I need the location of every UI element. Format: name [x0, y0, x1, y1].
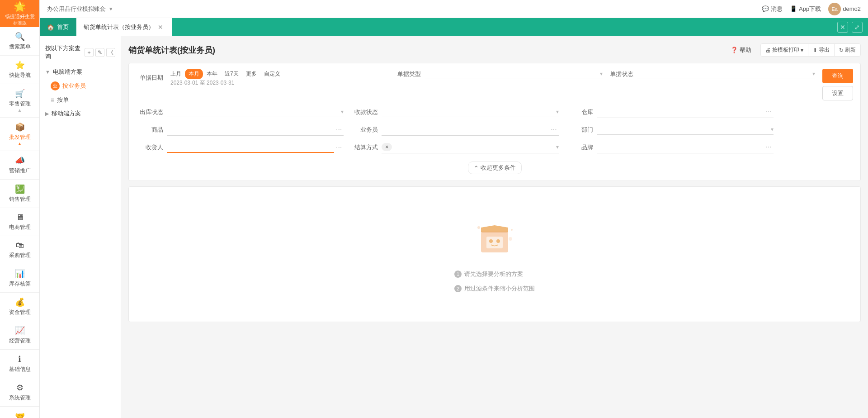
- sidebar-item-quick-nav[interactable]: ⭐ 快捷导航: [0, 56, 40, 84]
- salesperson-input[interactable]: ···: [382, 124, 558, 136]
- filter-item-salesperson: 业务员 ···: [351, 124, 566, 136]
- message-btn[interactable]: 💬 消息: [762, 5, 783, 13]
- wholesale-icon: 📦: [15, 122, 25, 132]
- sidebar-item-basic[interactable]: ℹ 基础信息: [0, 350, 40, 378]
- collapse-btn[interactable]: ⌃ 收起更多条件: [468, 162, 522, 174]
- collapse-panel-btn[interactable]: 《: [106, 48, 115, 57]
- out-status-label: 出库状态: [136, 108, 163, 116]
- left-panel-actions: ＋ ✎ 《: [85, 48, 115, 57]
- edit-scheme-btn[interactable]: ✎: [95, 48, 104, 57]
- collapse-row: ⌃ 收起更多条件: [136, 159, 853, 177]
- consignee-dots[interactable]: ···: [334, 143, 344, 152]
- sidebar-item-finance-label: 资金管理: [9, 309, 31, 316]
- date-tab-last-7days[interactable]: 近7天: [221, 69, 242, 79]
- tab-close-icon[interactable]: ✕: [157, 23, 164, 32]
- consignee-input[interactable]: [167, 142, 334, 153]
- filter-item-brand: 品牌 ···: [566, 141, 781, 153]
- print-btn[interactable]: 🖨 按模板打印 ▾: [761, 44, 808, 56]
- export-btn[interactable]: ⬆ 导出: [808, 44, 835, 56]
- settings-button[interactable]: 设置: [822, 86, 853, 100]
- sidebar-item-purchase[interactable]: 🛍 采购管理: [0, 236, 40, 264]
- sidebar-item-inventory[interactable]: 📊 库存核算: [0, 264, 40, 293]
- sidebar-item-system[interactable]: ⚙ 系统管理: [0, 378, 40, 407]
- tree-item-by-order[interactable]: ≡ 按单: [40, 93, 121, 107]
- date-tab-custom[interactable]: 自定义: [260, 69, 284, 79]
- svg-point-6: [496, 239, 500, 243]
- top-nav-left: 办公用品行业模拟账套 ▾: [47, 5, 113, 13]
- print-label: 按模板打印: [772, 46, 799, 54]
- tab-expand-btn[interactable]: ⤢: [852, 22, 863, 33]
- svg-marker-2: [495, 225, 508, 232]
- top-nav-right: 💬 消息 📱 App下载 Ea demo2: [762, 3, 861, 15]
- empty-state-tips: 1 请先选择要分析的方案 2 用过滤条件来缩小分析范围: [454, 268, 535, 294]
- filter-item-goods: 商品 ···: [136, 124, 351, 136]
- tab-home[interactable]: 🏠 首页: [40, 18, 76, 36]
- add-scheme-btn[interactable]: ＋: [85, 48, 94, 57]
- sidebar-item-ecommerce[interactable]: 🖥 电商管理: [0, 208, 40, 236]
- filter-item-consignee: 收货人 ···: [136, 142, 351, 153]
- goods-dots[interactable]: ···: [334, 125, 344, 133]
- date-tab-current-month[interactable]: 本月: [185, 69, 203, 79]
- tree-item-mobile-folder[interactable]: ▶ 移动端方案: [40, 107, 121, 120]
- sidebar-item-retail[interactable]: 🛒 零售管理 ▲: [0, 84, 40, 118]
- goods-input[interactable]: ···: [167, 124, 344, 136]
- sidebar-item-marketing[interactable]: 📣 营销推广: [0, 151, 40, 180]
- query-button[interactable]: 查询: [822, 69, 853, 83]
- print-arrow: ▾: [801, 47, 803, 53]
- marketing-icon: 📣: [15, 156, 25, 166]
- payment-select[interactable]: × ▾: [382, 141, 558, 153]
- app-download-btn[interactable]: 📱 App下载: [790, 5, 821, 13]
- brand-dots[interactable]: ···: [764, 143, 774, 151]
- tree-label-mobile-folder: 移动端方案: [52, 109, 81, 118]
- sidebar-item-sales[interactable]: 💹 销售管理: [0, 180, 40, 208]
- action-buttons: 查询 设置: [822, 69, 853, 100]
- search-menu-icon: 🔍: [15, 32, 25, 42]
- tab-sales-stat-label: 销货单统计表（按业务员）: [84, 23, 154, 31]
- date-tabs-container: 上月 本月 本年 近7天 更多 自定义 2023-03-01 至 2023-03…: [167, 69, 284, 87]
- filter-item-department: 部门 ▾: [566, 124, 781, 135]
- tree-item-by-salesperson[interactable]: 业 按业务员: [40, 79, 121, 93]
- sidebar-item-search-menu[interactable]: 🔍 搜索菜单: [0, 27, 40, 56]
- sidebar-item-search-menu-label: 搜索菜单: [9, 43, 31, 51]
- wholesale-arrow: ▲: [18, 141, 22, 146]
- refresh-label: 刷新: [845, 46, 856, 54]
- left-panel-header: 按以下方案查询 ＋ ✎ 《: [40, 42, 121, 65]
- out-status-select[interactable]: ▾: [167, 107, 344, 117]
- basic-icon: ℹ: [18, 354, 21, 364]
- salesperson-dots[interactable]: ···: [549, 125, 558, 133]
- payment-tag-x[interactable]: ×: [385, 144, 388, 150]
- app-sub: 标准版: [13, 20, 27, 26]
- doc-status-label: 单据状态: [606, 70, 633, 78]
- tree-item-pc-folder[interactable]: ▼ 电脑端方案: [40, 65, 121, 79]
- receipt-status-select[interactable]: ▾: [382, 107, 558, 117]
- tab-bar: 🏠 首页 销货单统计表（按业务员） ✕ ✕ ⤢: [40, 18, 868, 36]
- tab-close-btn[interactable]: ✕: [837, 22, 848, 33]
- svg-marker-1: [481, 225, 495, 232]
- refresh-btn[interactable]: ↻ 刷新: [835, 44, 860, 56]
- tab-sales-stat[interactable]: 销货单统计表（按业务员） ✕: [76, 18, 172, 36]
- date-tab-last-month[interactable]: 上月: [167, 69, 185, 79]
- warehouse-input[interactable]: ···: [597, 106, 774, 118]
- sidebar-item-wholesale-label: 批发管理: [9, 133, 31, 141]
- date-tab-more[interactable]: 更多: [242, 69, 260, 79]
- app-name: 畅捷通好生意: [5, 14, 35, 19]
- department-select[interactable]: ▾: [597, 124, 774, 135]
- sidebar-item-finance[interactable]: 💰 资金管理: [0, 293, 40, 321]
- user-profile-btn[interactable]: Ea demo2: [828, 3, 861, 15]
- doc-status-select[interactable]: ▾: [637, 69, 815, 79]
- tree-label-order: 按单: [57, 96, 69, 104]
- sidebar-item-operations[interactable]: 📈 经营管理: [0, 321, 40, 350]
- refresh-icon: ↻: [839, 47, 844, 53]
- date-tab-current-year[interactable]: 本年: [203, 69, 221, 79]
- help-btn[interactable]: ❓ 帮助: [727, 44, 755, 56]
- sidebar-item-wholesale[interactable]: 📦 批发管理 ▲: [0, 118, 40, 151]
- sidebar-item-inventory-label: 库存核算: [9, 280, 31, 288]
- retail-arrow: ▲: [18, 108, 22, 113]
- sidebar-item-enterprise[interactable]: 🤝 企业协同: [0, 407, 40, 418]
- doc-type-select[interactable]: ▾: [425, 69, 603, 79]
- breadcrumb-dropdown-icon[interactable]: ▾: [109, 5, 113, 12]
- collapse-icon: ⌃: [474, 165, 479, 171]
- brand-input[interactable]: ···: [597, 141, 774, 153]
- warehouse-dots[interactable]: ···: [764, 108, 774, 116]
- app-logo[interactable]: 🌟 畅捷通好生意 标准版: [0, 0, 40, 27]
